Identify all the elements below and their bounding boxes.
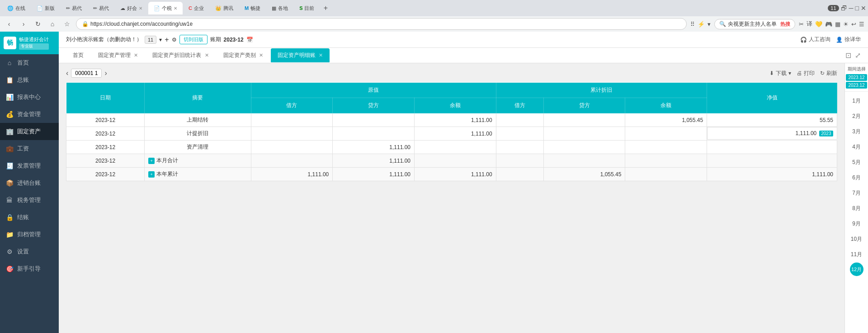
download-arrow[interactable]: ▾ <box>788 70 791 76</box>
download-button[interactable]: ⬇ 下载 ▾ <box>769 70 791 77</box>
account-count-badge[interactable]: 11 <box>145 36 156 44</box>
account-info: 刘小艳演示账套（勿删勿动！） 11 ▾ + ⚙ 切到旧版 账期 2023-12 … <box>66 35 253 44</box>
sidebar-item-tax[interactable]: 🏛 税务管理 <box>0 192 59 209</box>
sidebar-item-archive[interactable]: 📁 归档管理 <box>0 226 59 243</box>
period-value: 2023-12 <box>224 37 244 43</box>
sidebar-item-close[interactable]: 🔒 结账 <box>0 209 59 226</box>
month-10[interactable]: 10月 <box>851 232 862 246</box>
lightning-icon[interactable]: ⚡ <box>698 21 705 28</box>
sidebar-item-guide[interactable]: 🎯 新手引导 <box>0 260 59 277</box>
menu-icon[interactable]: ☰ <box>859 21 864 28</box>
th-net-value: 净值 <box>707 83 837 113</box>
browser-tab-chang[interactable]: M 畅捷 <box>239 2 266 14</box>
dropdown-icon[interactable]: ▾ <box>708 21 711 28</box>
back-button[interactable]: ‹ <box>4 19 14 29</box>
tab-close-asset-cat[interactable]: ✕ <box>259 52 263 58</box>
sidebar-item-asset[interactable]: 🏢 固定资产 <box>0 123 59 140</box>
tab-close-icon[interactable]: ✕ <box>139 6 142 11</box>
top-bar: 刘小艳演示账套（勿删勿动！） 11 ▾ + ⚙ 切到旧版 账期 2023-12 … <box>59 32 868 48</box>
theme-icon[interactable]: ☀ <box>843 21 849 28</box>
grid-view-icon[interactable]: ▦ <box>835 21 840 28</box>
inventory-icon: 📦 <box>5 179 14 187</box>
month-6[interactable]: 6月 <box>852 170 861 185</box>
panel-shrink-icon[interactable]: ⊡ <box>845 51 851 60</box>
sidebar-item-report[interactable]: 📊 报表中心 <box>0 89 59 106</box>
browser-tab-gedi[interactable]: ▦ 各地 <box>266 2 293 14</box>
tab-asset-ledger[interactable]: 固定资产明细账 ✕ <box>271 48 330 62</box>
calendar-icon[interactable]: 📅 <box>246 37 253 43</box>
home-nav-button[interactable]: ⌂ <box>47 19 58 29</box>
tab-close-icon[interactable]: ✕ <box>174 6 177 11</box>
game-icon[interactable]: 🎮 <box>825 21 832 28</box>
refresh-nav-button[interactable]: ↻ <box>33 19 43 29</box>
tab-asset-management[interactable]: 固定资产管理 ✕ <box>91 48 145 62</box>
tab-depreciation-stats[interactable]: 固定资产折旧统计表 ✕ <box>146 48 215 62</box>
month-8[interactable]: 8月 <box>852 201 861 216</box>
sidebar-item-home[interactable]: ⌂ 首页 <box>0 54 59 71</box>
browser-tab-active[interactable]: 📄 个税 ✕ <box>148 2 183 14</box>
browser-tab-yidai2[interactable]: ✏ 易代 <box>88 2 114 14</box>
month-11[interactable]: 11月 <box>851 247 862 262</box>
sidebar-item-invoice[interactable]: 🧾 发票管理 <box>0 157 59 174</box>
switch-version-button[interactable]: 切到旧版 <box>179 35 208 44</box>
cell-orig-debit <box>251 113 333 127</box>
month-12-active[interactable]: 12月 <box>850 263 863 276</box>
undo-icon[interactable]: ↩ <box>851 21 856 28</box>
browser-tab-new[interactable]: 📄 新版 <box>31 2 60 14</box>
dropdown-arrow[interactable]: ▾ <box>159 37 162 43</box>
month-5[interactable]: 5月 <box>852 155 861 169</box>
scissors-icon[interactable]: ✂ <box>799 21 804 28</box>
sidebar-label-invoice: 发票管理 <box>17 162 41 170</box>
next-page-button[interactable]: › <box>104 69 107 77</box>
browser-tab-corp[interactable]: C 企业 <box>183 2 209 14</box>
browser-tab-online[interactable]: 🌐 在线 <box>2 2 31 14</box>
print-button[interactable]: 🖨 打印 <box>797 70 815 77</box>
bookmark-button[interactable]: ☆ <box>61 19 72 29</box>
cell-orig-credit <box>333 113 415 127</box>
tab-close-asset-ledger[interactable]: ✕ <box>319 52 323 58</box>
translate-icon[interactable]: 译 <box>807 20 812 28</box>
sidebar-item-inventory[interactable]: 📦 进销台账 <box>0 174 59 192</box>
month-2[interactable]: 2月 <box>852 109 861 123</box>
tab-close-asset-mgmt[interactable]: ✕ <box>134 52 138 58</box>
browser-tab-tencent[interactable]: 👑 腾讯 <box>210 2 239 14</box>
month-7[interactable]: 7月 <box>852 186 861 200</box>
window-minimize-icon[interactable]: ─ <box>849 5 854 12</box>
new-tab-button[interactable]: + <box>320 3 331 14</box>
browser-tab-yidai1[interactable]: ✏ 易代 <box>61 2 87 14</box>
tab-icon: 🌐 <box>7 5 14 11</box>
window-close-icon[interactable]: ✕ <box>861 5 866 12</box>
th-accumulated-dep: 累计折旧 <box>496 83 707 98</box>
add-button[interactable]: + <box>165 36 169 44</box>
browser-tab-cloud[interactable]: ☁ 好会 ✕ <box>115 2 148 14</box>
browser-tab-s[interactable]: S 目前 <box>294 2 320 14</box>
url-input[interactable]: 🔒 https://cloud.chanjet.com/accounting/u… <box>76 18 687 30</box>
user-icon: 👤 <box>836 37 843 43</box>
tab-home[interactable]: 首页 <box>66 48 90 62</box>
wallet-icon[interactable]: 💛 <box>815 21 822 28</box>
prev-page-button[interactable]: ‹ <box>66 69 68 77</box>
search-box[interactable]: 🔍 央视更新主持人名单 热搜 <box>714 19 795 29</box>
cell-dep-credit <box>543 127 625 141</box>
month-1[interactable]: 1月 <box>852 94 861 108</box>
window-restore-icon[interactable]: 🗗 <box>841 5 847 12</box>
grid-icon[interactable]: ⠿ <box>690 21 695 28</box>
support-button[interactable]: 🎧 人工咨询 <box>800 36 830 43</box>
forward-button[interactable]: › <box>18 19 29 29</box>
sidebar-item-settings[interactable]: ⚙ 设置 <box>0 243 59 260</box>
sidebar-item-salary[interactable]: 💼 工资 <box>0 140 59 157</box>
print-icon: 🖨 <box>797 70 802 76</box>
month-9[interactable]: 9月 <box>852 216 861 231</box>
refresh-button[interactable]: ↻ 刷新 <box>820 70 837 77</box>
sidebar-item-fund[interactable]: 💰 资金管理 <box>0 106 59 123</box>
user-profile-button[interactable]: 👤 徐译华 <box>836 36 861 43</box>
panel-expand-icon[interactable]: ⤢ <box>855 51 861 60</box>
month-4[interactable]: 4月 <box>852 140 861 154</box>
url-text: https://cloud.chanjet.com/accounting/uw1… <box>90 21 193 27</box>
settings-small-icon[interactable]: ⚙ <box>172 37 177 43</box>
tab-close-dep-stats[interactable]: ✕ <box>205 52 209 58</box>
tab-asset-category[interactable]: 固定资产类别 ✕ <box>217 48 270 62</box>
window-maximize-icon[interactable]: □ <box>855 5 859 12</box>
month-3[interactable]: 3月 <box>852 124 861 139</box>
sidebar-item-ledger[interactable]: 📋 总账 <box>0 71 59 89</box>
